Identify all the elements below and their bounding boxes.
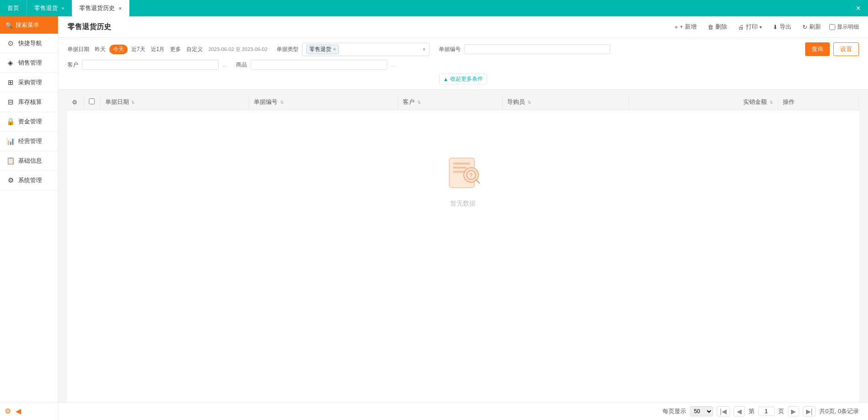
tab-retail-return-history-close[interactable]: × — [118, 5, 121, 11]
system-mgmt-icon: ⚙ — [6, 176, 15, 184]
page-size-select[interactable]: 10 20 50 100 — [690, 406, 713, 416]
quick-nav-icon: ⊙ — [6, 39, 15, 47]
delete-label: 删除 — [715, 23, 727, 31]
main-layout: 🔍 搜索菜单 ⊙ 快捷导航 ◈ 销售管理 ⊞ 采购管理 ⊟ 库存核算 🔒 资金管… — [0, 16, 868, 420]
goods-filter-group: 商品 ... — [236, 60, 395, 70]
col-customer-label: 客户 — [403, 98, 415, 105]
empty-text: 暂无数据 — [450, 200, 476, 208]
collapse-button[interactable]: ▲ 收起更多条件 — [439, 73, 488, 85]
print-label: 打印 — [746, 23, 758, 31]
settings-footer-button[interactable]: ⚙ — [5, 407, 11, 415]
tab-retail-return-label: 零售退货 — [34, 4, 58, 12]
date-btn-yesterday[interactable]: 昨天 — [93, 45, 108, 54]
main-content: 零售退货历史 + + 新增 🗑 删除 🖨 打印 ▾ — [58, 16, 868, 420]
tab-retail-return[interactable]: 零售退货 × — [27, 0, 72, 16]
filter-actions: 查询 设置 — [805, 42, 859, 56]
date-btn-1month[interactable]: 近1月 — [149, 45, 167, 54]
doc-type-label: 单据类型 — [277, 46, 298, 53]
col-guide-label: 导购员 — [507, 98, 525, 105]
tab-retail-return-close[interactable]: × — [62, 5, 64, 11]
sidebar-item-quick-nav-label: 快捷导航 — [18, 39, 42, 47]
select-all-checkbox[interactable] — [89, 98, 95, 104]
sidebar-item-sales-mgmt[interactable]: ◈ 销售管理 — [0, 53, 58, 73]
sidebar-item-system-mgmt-label: 系统管理 — [18, 176, 42, 184]
sidebar-item-system-mgmt[interactable]: ⚙ 系统管理 — [0, 171, 58, 190]
print-button[interactable]: 🖨 打印 ▾ — [735, 21, 765, 33]
query-label: 查询 — [812, 45, 823, 53]
doc-type-tag-close[interactable]: × — [333, 46, 336, 52]
settings-label: 设置 — [840, 45, 852, 53]
doc-type-tag-value: 零售退货 — [309, 46, 331, 53]
filter-area: 单据日期 昨天 今天 近7天 近1月 更多 自定义 2023-06-02 至 2… — [58, 38, 868, 90]
doc-type-filter-group: 单据类型 零售退货 × ▾ — [277, 43, 430, 56]
goods-input[interactable] — [251, 60, 387, 70]
export-button[interactable]: ⬇ 导出 — [770, 21, 794, 33]
col-doc-date[interactable]: 单据日期 ⇅ — [100, 94, 249, 110]
pagination-bar: 每页显示 10 20 50 100 |◀ ◀ 第 页 ▶ ▶| 共0页, 0条记… — [58, 402, 868, 420]
purchase-mgmt-icon: ⊞ — [6, 78, 15, 87]
doc-no-input[interactable] — [464, 44, 610, 54]
sidebar-item-inventory[interactable]: ⊟ 库存核算 — [0, 92, 58, 112]
window-close-button[interactable]: × — [848, 4, 868, 13]
page-label-prefix: 第 — [749, 407, 755, 415]
query-button[interactable]: 查询 — [805, 42, 830, 56]
table-header-row: ⚙ 单据日期 ⇅ 单据编号 ⇅ 客户 ⇅ — [67, 94, 859, 110]
doc-type-select[interactable]: 零售退货 × ▾ — [302, 43, 430, 56]
sidebar-item-quick-nav[interactable]: ⊙ 快捷导航 — [0, 34, 58, 53]
show-detail-checkbox[interactable] — [829, 24, 835, 30]
sidebar-item-basic-info[interactable]: 📋 基础信息 — [0, 151, 58, 171]
customer-input[interactable] — [82, 60, 219, 70]
inventory-icon: ⊟ — [6, 98, 15, 106]
collapse-up-icon: ▲ — [443, 76, 449, 82]
add-label: + 新增 — [680, 23, 697, 31]
goods-label: 商品 — [236, 61, 247, 69]
col-action-label: 操作 — [783, 98, 795, 105]
table-head: ⚙ 单据日期 ⇅ 单据编号 ⇅ 客户 ⇅ — [67, 94, 859, 110]
col-amount[interactable]: 实销金额 ⇅ — [629, 94, 778, 110]
add-button[interactable]: + + 新增 — [672, 21, 699, 33]
settings-button[interactable]: 设置 — [833, 42, 859, 56]
svg-text:?: ? — [469, 172, 473, 179]
date-btn-more[interactable]: 更多 — [168, 45, 183, 54]
tab-retail-return-history[interactable]: 零售退货历史 × — [72, 0, 129, 16]
col-guide[interactable]: 导购员 ⇅ — [502, 94, 629, 110]
customer-filter-group: 客户 ... — [67, 60, 227, 70]
page-label-suffix: 页 — [778, 407, 784, 415]
date-buttons: 昨天 今天 近7天 近1月 更多 自定义 — [93, 45, 205, 54]
add-icon: + — [674, 24, 678, 31]
last-page-button[interactable]: ▶| — [803, 406, 816, 416]
export-icon: ⬇ — [773, 24, 778, 31]
svg-line-6 — [476, 179, 479, 183]
sidebar-item-finance[interactable]: 🔒 资金管理 — [0, 112, 58, 132]
col-doc-date-label: 单据日期 — [105, 98, 129, 105]
sidebar-footer: ⚙ ◀ — [0, 402, 58, 420]
tab-home[interactable]: 首页 — [0, 0, 27, 16]
col-doc-no[interactable]: 单据编号 ⇅ — [249, 94, 398, 110]
col-action: 操作 — [778, 94, 858, 110]
date-range-display: 2023-06-02 至 2023-06-02 — [208, 46, 267, 53]
sidebar-item-operations[interactable]: 📊 经营管理 — [0, 132, 58, 151]
date-btn-custom[interactable]: 自定义 — [185, 45, 205, 54]
date-btn-7days[interactable]: 近7天 — [129, 45, 147, 54]
refresh-button[interactable]: ↻ 刷新 — [800, 21, 824, 33]
sidebar-item-purchase-mgmt[interactable]: ⊞ 采购管理 — [0, 73, 58, 92]
date-btn-today[interactable]: 今天 — [109, 45, 128, 54]
page-header: 零售退货历史 + + 新增 🗑 删除 🖨 打印 ▾ — [58, 16, 868, 38]
delete-button[interactable]: 🗑 删除 — [705, 21, 730, 33]
col-customer-sort-icon: ⇅ — [417, 100, 421, 105]
refresh-label: 刷新 — [809, 23, 821, 31]
page-number-input[interactable] — [758, 407, 775, 416]
col-check[interactable] — [84, 94, 100, 110]
prev-page-button[interactable]: ◀ — [734, 406, 745, 416]
col-customer[interactable]: 客户 ⇅ — [398, 94, 503, 110]
tab-home-label: 首页 — [7, 4, 19, 12]
col-doc-no-label: 单据编号 — [254, 98, 277, 105]
toggle-footer-button[interactable]: ◀ — [15, 407, 21, 415]
filter-row-2: 客户 ... 商品 ... — [67, 60, 859, 70]
sidebar-search[interactable]: 🔍 搜索菜单 — [0, 16, 58, 34]
collapse-label: 收起更多条件 — [450, 75, 483, 83]
first-page-button[interactable]: |◀ — [717, 406, 730, 416]
next-page-button[interactable]: ▶ — [788, 406, 799, 416]
col-settings[interactable]: ⚙ — [67, 94, 84, 110]
delete-icon: 🗑 — [708, 24, 714, 31]
